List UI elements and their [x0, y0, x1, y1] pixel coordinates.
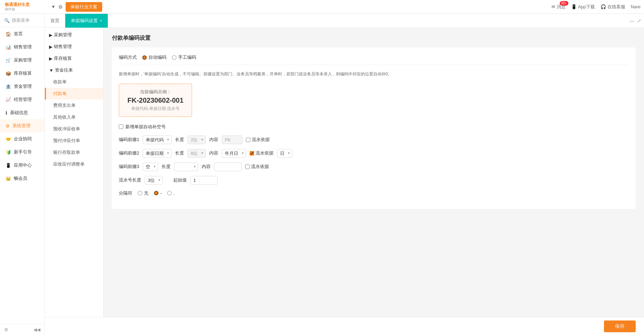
prefix-2-select[interactable]: 单据日期 [143, 149, 172, 158]
code-example-sub: 单据代码-单据日期-流水号 [127, 106, 183, 112]
auto-fill-checkbox[interactable]: 新增单据自动补空号 [119, 124, 629, 130]
brand-name: 畅通通好生意 [5, 2, 30, 7]
sidebar-item-home[interactable]: 🏠 首页 [0, 27, 45, 40]
separator-none-radio[interactable]: 无 [138, 190, 148, 196]
member-icon: 👑 [6, 176, 11, 181]
content-1-input[interactable] [222, 136, 242, 144]
sub-menu-item-ar-ap-adjust[interactable]: 应收应付调整单 [45, 158, 103, 170]
sub-menu-item-prepay-offset[interactable]: 预收冲应收单 [45, 123, 103, 135]
separator-dot-radio[interactable]: . [167, 190, 175, 196]
experience-btn[interactable]: 体验行业方案 [66, 2, 102, 12]
sidebar-item-system[interactable]: ⚙ 系统管理 [0, 119, 45, 132]
sub-menu-header-purchase[interactable]: ▶ 采购管理 [45, 29, 103, 41]
content-3-input[interactable] [214, 162, 242, 171]
manual-encode-radio[interactable]: 手工编码 [172, 54, 196, 61]
message-badge: 99+ [560, 1, 568, 6]
period-2-select[interactable]: 日 [277, 149, 292, 158]
user-avatar[interactable]: Nare [631, 4, 641, 9]
sidebar-item-purchase[interactable]: 🛒 采购管理 [0, 54, 45, 67]
sub-menu-group-fund: ▼ 资金往来 收款单 付款单 费用支出单 其他收入单 预收冲应收单 预付冲应付单… [45, 64, 103, 170]
start-value-input[interactable] [190, 176, 218, 185]
content-2-label: 内容 [209, 150, 218, 156]
sidebar-item-fund[interactable]: 🏦 资金管理 [0, 80, 45, 93]
sidebar: 🔍 搜索菜单 🏠 首页 📊 销售管理 🛒 采购管理 📦 库存核算 🏦 [0, 14, 45, 335]
prefix-row-2: 编码前缀2 单据日期 ▼ 长度 8位 [119, 149, 629, 158]
serial-row: 流水号长度 3位 ▼ 起始值 [119, 176, 629, 185]
sub-menu-group-purchase: ▶ 采购管理 [45, 29, 103, 41]
settings-card: 编码方式 自动编码 手工编码 新增单据时 [112, 47, 636, 209]
info-text: 新增单据时，'单据编码'自动生成，不可编辑。前缀设置为部门、业务员等档案类，开单… [119, 71, 629, 78]
length-1-select[interactable]: 2位 [188, 136, 206, 144]
settings-footer-icon[interactable]: ⚙ [4, 327, 8, 332]
start-value-label: 起始值 [173, 177, 187, 183]
sub-menu-group-sales: ▶ 销售管理 [45, 41, 103, 53]
online-service[interactable]: 🎧 在线客服 [600, 4, 625, 10]
sub-menu-item-advance-offset[interactable]: 预付冲应付单 [45, 135, 103, 147]
serial-length-select[interactable]: 3位 [145, 176, 163, 185]
length-2-select[interactable]: 8位 [188, 149, 206, 158]
bottom-bar: 保存 [45, 317, 644, 335]
sub-menu-item-payment[interactable]: 付款单 [45, 88, 103, 100]
nav-dropdown[interactable]: ▼ [51, 4, 56, 9]
length-3-select[interactable] [174, 162, 198, 171]
separator-row: 分隔符 无 - . [119, 190, 629, 196]
collab-icon: 🤝 [6, 137, 11, 142]
prefix-2-label: 编码前缀2 [119, 150, 139, 156]
fund-icon: 🏦 [6, 84, 11, 89]
content-1-label: 内容 [209, 137, 218, 143]
management-icon: 📈 [6, 97, 11, 102]
content-3-label: 内容 [202, 164, 211, 170]
prefix-3-select[interactable]: 空 [143, 162, 158, 171]
tab-maximize-icon[interactable]: ⤢ [637, 18, 641, 24]
sidebar-item-inventory[interactable]: 📦 库存核算 [0, 67, 45, 80]
prefix-1-label: 编码前缀1 [119, 137, 139, 143]
sidebar-item-collab[interactable]: 🤝 企业协同 [0, 132, 45, 146]
watermark-2-checkbox[interactable]: 流水依据 [250, 150, 273, 156]
collapse-icon[interactable]: ◀◀ [33, 327, 40, 332]
home-icon: 🏠 [6, 31, 11, 37]
system-icon: ⚙ [6, 123, 10, 129]
sub-menu-item-bank[interactable]: 银行存取款单 [45, 147, 103, 158]
sidebar-item-info[interactable]: ℹ 基础信息 [0, 106, 45, 119]
length-3-label: 长度 [162, 164, 171, 170]
sidebar-item-member[interactable]: 👑 畅会员 [0, 172, 45, 185]
tab-close-icon[interactable]: × [100, 18, 102, 23]
prefix-1-select[interactable]: 单据代码 [143, 136, 172, 144]
message-icon[interactable]: ✉ 消息 99+ [551, 4, 566, 10]
content-area: 付款单编码设置 编码方式 自动编码 手工编码 [104, 28, 644, 317]
save-button[interactable]: 保存 [604, 320, 636, 332]
sub-menu-header-sales[interactable]: ▶ 销售管理 [45, 41, 103, 53]
sub-sidebar: ▶ 采购管理 ▶ 销售管理 ▶ 库存核算 [45, 28, 104, 317]
prefix-row-3: 编码前缀3 空 ▼ 长度 [119, 162, 629, 171]
page-title: 付款单编码设置 [112, 35, 636, 42]
code-example-main: FK-20230602-001 [127, 96, 183, 104]
settings-icon[interactable]: ⚙ [58, 4, 63, 10]
sidebar-item-management[interactable]: 📈 经营管理 [0, 93, 45, 106]
content-2-select[interactable]: 年月日 [222, 149, 246, 158]
info-icon: ℹ [6, 110, 7, 115]
guide-icon: 🔰 [6, 150, 11, 155]
sub-menu-item-receipt[interactable]: 收款单 [45, 76, 103, 88]
tab-home[interactable]: 首页 [45, 14, 65, 28]
auto-encode-radio[interactable]: 自动编码 [142, 54, 166, 61]
tab-encoding-settings[interactable]: 单据编码设置 × [65, 14, 108, 28]
brand-logo: 畅通通好生意 插件版 [3, 2, 48, 11]
sub-menu-header-inventory[interactable]: ▶ 库存核算 [45, 53, 103, 64]
sub-menu-item-expense[interactable]: 费用支出单 [45, 100, 103, 111]
sidebar-item-sales[interactable]: 📊 销售管理 [0, 40, 45, 54]
watermark-3-checkbox[interactable]: 流水依据 [245, 164, 269, 170]
sidebar-item-apps[interactable]: 📱 应用中心 [0, 159, 45, 172]
watermark-1-checkbox[interactable]: 流水依据 [246, 137, 270, 143]
apps-icon: 📱 [6, 163, 11, 168]
search-menu[interactable]: 🔍 搜索菜单 [0, 14, 45, 27]
inventory-icon: 📦 [6, 71, 11, 76]
separator-dash-radio[interactable]: - [154, 190, 162, 196]
app-download[interactable]: 📱 App下载 [571, 4, 595, 10]
username: Nare [631, 4, 641, 9]
brand-sub: 插件版 [5, 7, 15, 11]
sub-menu-header-fund[interactable]: ▼ 资金往来 [45, 64, 103, 76]
tab-minimize-icon[interactable]: — [629, 18, 634, 24]
sidebar-item-guide[interactable]: 🔰 新手引导 [0, 146, 45, 159]
sub-menu-item-other-income[interactable]: 其他收入单 [45, 111, 103, 123]
serial-length-label: 流水号长度 [119, 177, 141, 183]
